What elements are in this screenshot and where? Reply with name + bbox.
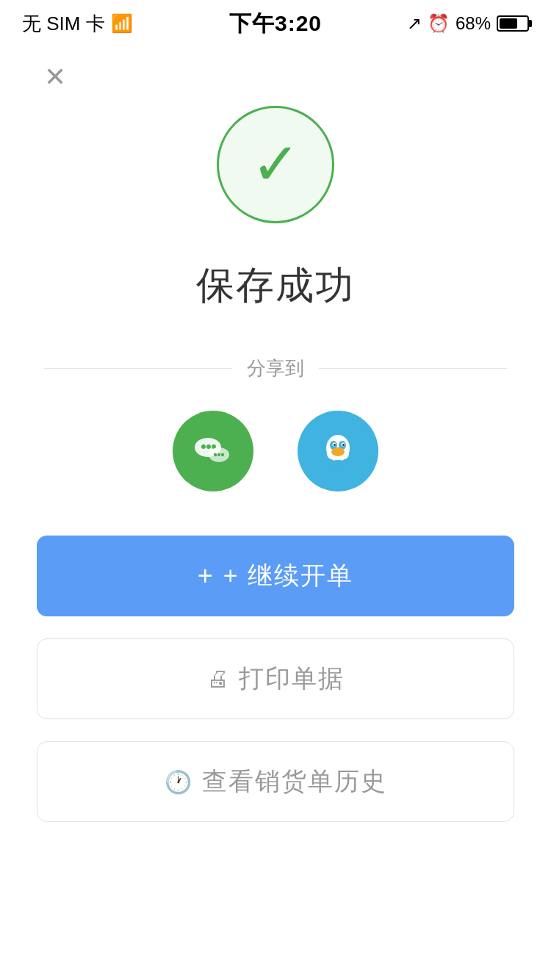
success-circle: ✓: [217, 106, 334, 223]
print-label: 打印单据: [239, 662, 345, 696]
status-left: 无 SIM 卡 📶: [22, 11, 133, 37]
divider-row: 分享到: [0, 356, 551, 381]
location-icon: ↗: [407, 13, 422, 34]
history-label: 查看销货单历史: [202, 765, 387, 799]
action-buttons: + + 继续开单 🖨 打印单据 🕐 查看销货单历史: [0, 536, 551, 822]
success-title: 保存成功: [196, 260, 355, 311]
share-icons: [173, 411, 378, 491]
battery-fill: [500, 18, 517, 29]
divider-right: [319, 368, 507, 369]
svg-point-1: [201, 444, 206, 449]
svg-point-2: [206, 444, 211, 449]
wechat-share-button[interactable]: [173, 411, 253, 491]
status-right: ↗ ⏰ 68%: [407, 13, 529, 34]
battery-percent: 68%: [455, 13, 491, 34]
svg-point-5: [213, 453, 216, 455]
wifi-icon: 📶: [111, 13, 133, 34]
divider-left: [44, 368, 232, 369]
qq-icon: [314, 428, 362, 475]
continue-label: + 继续开单: [223, 559, 353, 593]
svg-point-16: [342, 444, 345, 446]
checkmark-icon: ✓: [251, 135, 300, 194]
status-bar: 无 SIM 卡 📶 下午3:20 ↗ ⏰ 68%: [0, 0, 551, 47]
continue-button[interactable]: + + 继续开单: [37, 536, 514, 616]
alarm-icon: ⏰: [428, 13, 450, 34]
no-sim-text: 无 SIM 卡: [22, 11, 105, 37]
status-time: 下午3:20: [229, 9, 322, 39]
battery-icon: [497, 15, 529, 32]
svg-point-6: [217, 453, 220, 455]
share-section: 分享到: [0, 356, 551, 491]
svg-point-15: [334, 444, 336, 446]
plus-icon: +: [198, 561, 213, 591]
print-button[interactable]: 🖨 打印单据: [37, 638, 514, 719]
main-content: ✓ 保存成功 分享到: [0, 47, 551, 822]
history-button[interactable]: 🕐 查看销货单历史: [37, 741, 514, 822]
svg-point-17: [331, 447, 345, 456]
share-label: 分享到: [247, 356, 304, 381]
svg-point-18: [331, 460, 345, 467]
close-button[interactable]: ✕: [37, 59, 73, 96]
close-icon: ✕: [44, 64, 66, 90]
svg-point-7: [220, 453, 223, 455]
print-icon: 🖨: [206, 666, 228, 691]
qq-share-button[interactable]: [298, 411, 378, 491]
history-icon: 🕐: [165, 769, 192, 795]
wechat-icon: [190, 428, 237, 475]
